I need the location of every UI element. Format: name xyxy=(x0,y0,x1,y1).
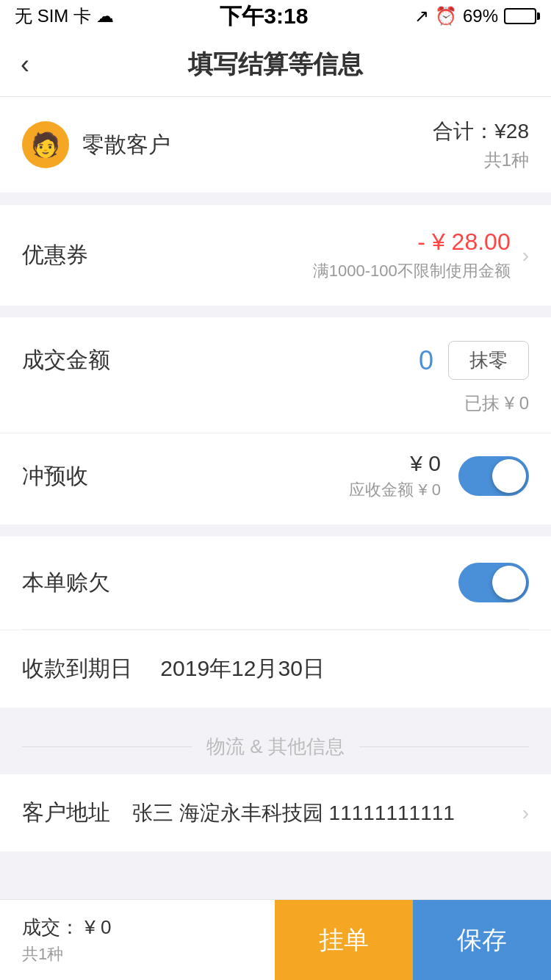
status-left: 无 SIM 卡 ☁ xyxy=(15,4,114,28)
battery-percent: 69% xyxy=(463,6,498,26)
transaction-row: 成交金额 0 抹零 xyxy=(0,317,551,392)
total-count: 共1种 xyxy=(433,148,529,172)
bottom-count: 共1种 xyxy=(22,943,253,965)
coupon-section[interactable]: 优惠券 - ¥ 28.00 满1000-100不限制使用金额 › xyxy=(0,204,551,306)
customer-right: 合计：¥28 共1种 xyxy=(433,118,529,172)
debt-toggle-knob xyxy=(492,566,526,599)
battery-icon xyxy=(504,8,536,24)
bottom-info: 成交： ¥ 0 共1种 xyxy=(0,915,275,965)
status-time: 下午3:18 xyxy=(220,1,308,32)
customer-row: 🧑 零散客户 合计：¥28 共1种 xyxy=(0,97,551,192)
prereceive-sub: 应收金额 ¥ 0 xyxy=(349,479,441,501)
page-title: 填写结算等信息 xyxy=(188,48,363,82)
avatar-icon: 🧑 xyxy=(31,131,60,159)
address-section[interactable]: 客户地址 张三 海淀永丰科技园 11111111111 › xyxy=(0,774,551,851)
prereceive-right: ¥ 0 应收金额 ¥ 0 xyxy=(349,451,529,501)
status-bar: 无 SIM 卡 ☁ 下午3:18 ↗ ⏰ 69% xyxy=(0,0,551,32)
location-icon: ↗ xyxy=(414,6,429,26)
round-button[interactable]: 抹零 xyxy=(448,341,529,380)
debt-row: 本单赊欠 xyxy=(0,536,551,629)
logistics-title-text: 物流 & 其他信息 xyxy=(206,734,345,760)
coupon-desc: 满1000-100不限制使用金额 xyxy=(313,260,511,282)
address-chevron-icon: › xyxy=(522,801,529,825)
prereceive-toggle[interactable] xyxy=(458,456,529,496)
customer-name: 零散客户 xyxy=(82,130,170,160)
back-button[interactable]: ‹ xyxy=(21,49,29,80)
save-button[interactable]: 保存 xyxy=(413,900,551,981)
sim-wifi-text: 无 SIM 卡 ☁ xyxy=(15,4,114,28)
deal-amount: ¥ 0 xyxy=(84,916,111,938)
bottom-deal-label: 成交： ¥ 0 xyxy=(22,915,253,940)
address-value: 张三 海淀永丰科技园 11111111111 xyxy=(132,799,522,827)
duedate-label: 收款到期日 xyxy=(22,656,132,680)
toggle-knob xyxy=(492,459,526,493)
alarm-icon: ⏰ xyxy=(435,6,457,26)
customer-section: 🧑 零散客户 合计：¥28 共1种 xyxy=(0,97,551,192)
address-row[interactable]: 客户地址 张三 海淀永丰科技园 11111111111 › xyxy=(0,774,551,851)
customer-left: 🧑 零散客户 xyxy=(22,121,170,168)
debt-toggle[interactable] xyxy=(458,563,529,602)
nav-bar: ‹ 填写结算等信息 xyxy=(0,32,551,97)
logistics-title: 物流 & 其他信息 xyxy=(22,734,529,760)
coupon-label: 优惠券 xyxy=(22,240,88,270)
duedate-value: 2019年12月30日 xyxy=(160,656,324,680)
coupon-row[interactable]: 优惠券 - ¥ 28.00 满1000-100不限制使用金额 › xyxy=(0,204,551,306)
deal-text: 成交： xyxy=(22,916,79,938)
coupon-value: - ¥ 28.00 xyxy=(313,228,511,256)
debt-label: 本单赊欠 xyxy=(22,568,110,598)
bottom-bar: 成交： ¥ 0 共1种 挂单 保存 xyxy=(0,899,551,980)
transaction-value: 0 xyxy=(419,345,433,376)
prereceive-amount: ¥ 0 xyxy=(349,451,441,476)
content: 🧑 零散客户 合计：¥28 共1种 优惠券 - ¥ 28.00 满1000-10… xyxy=(0,97,551,951)
avatar: 🧑 xyxy=(22,121,69,168)
transaction-section: 成交金额 0 抹零 已抹 ¥ 0 冲预收 ¥ 0 应收金额 ¥ 0 xyxy=(0,317,551,525)
transaction-actions: 0 抹零 xyxy=(419,341,529,380)
hold-button[interactable]: 挂单 xyxy=(275,900,413,981)
address-label: 客户地址 xyxy=(22,798,110,828)
status-right: ↗ ⏰ 69% xyxy=(414,6,536,26)
logistics-divider: 物流 & 其他信息 xyxy=(0,719,551,774)
transaction-sub: 已抹 ¥ 0 xyxy=(0,392,551,433)
debt-section: 本单赊欠 收款到期日 2019年12月30日 xyxy=(0,536,551,707)
duedate-row: 收款到期日 2019年12月30日 xyxy=(0,630,551,707)
coupon-chevron-icon: › xyxy=(522,244,529,267)
transaction-label: 成交金额 xyxy=(22,345,110,375)
prereceive-label: 冲预收 xyxy=(22,461,88,491)
total-price: 合计：¥28 xyxy=(433,118,529,145)
coupon-right: - ¥ 28.00 满1000-100不限制使用金额 › xyxy=(313,228,529,282)
prereceive-row: 冲预收 ¥ 0 应收金额 ¥ 0 xyxy=(0,433,551,525)
